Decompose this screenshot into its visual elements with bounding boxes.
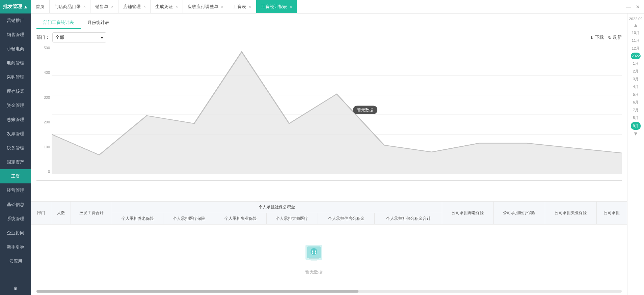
tab-店铺管理[interactable]: 店铺管理× — [118, 0, 151, 13]
sub-tab-月份统计表[interactable]: 月份统计表 — [81, 17, 116, 29]
tab-label: 销售单 — [95, 4, 108, 10]
sidebar-item-销售管理[interactable]: 销售管理 — [0, 28, 31, 42]
svg-rect-9 — [312, 250, 313, 253]
col-personal-large-medical: 个人承担大额医疗 — [266, 213, 318, 225]
sidebar-item-固定资产[interactable]: 固定资产 — [0, 155, 31, 169]
sub-tab-部门工资统计表[interactable]: 部门工资统计表 — [36, 17, 81, 29]
tab-close-icon[interactable]: × — [290, 5, 292, 9]
sidebar: 批发管理 ▲ 营销推广销售管理小畅电商电商管理采购管理库存核算资金管理总账管理发… — [0, 0, 31, 295]
sidebar-settings[interactable]: ⚙ — [0, 282, 31, 295]
horizontal-scrollbar[interactable] — [36, 290, 622, 293]
tab-门店商品目录[interactable]: 门店商品目录× — [50, 0, 90, 13]
svg-rect-13 — [309, 258, 319, 259]
sidebar-item-企业协同[interactable]: 企业协同 — [0, 226, 31, 240]
page-body: 部门工资统计表月份统计表 部门： 全部 ▾ ⬇ 下载 — [31, 13, 644, 295]
dept-label: 部门： — [36, 34, 50, 40]
sidebar-item-库存核算[interactable]: 库存核算 — [0, 84, 31, 98]
sidebar-item-电商管理[interactable]: 电商管理 — [0, 56, 31, 70]
tab-close-icon[interactable]: × — [249, 5, 251, 9]
sidebar-item-小畅电商[interactable]: 小畅电商 — [0, 42, 31, 56]
col-personal-unemploy: 个人承担失业保险 — [215, 213, 266, 225]
sidebar-item-新手引导[interactable]: 新手引导 — [0, 240, 31, 254]
tab-close-icon[interactable]: × — [221, 5, 223, 9]
chart-area: 0100200300400500 暂无数据 — [31, 46, 627, 201]
timeline-item-11月[interactable]: 11月 — [629, 37, 642, 45]
dept-filter: 部门： 全部 ▾ — [36, 32, 106, 42]
col-count: 人数 — [51, 202, 71, 225]
timeline-item-7月[interactable]: 7月 — [629, 106, 642, 114]
download-icon: ⬇ — [590, 35, 594, 40]
dept-select-value: 全部 — [55, 34, 64, 40]
download-label: 下载 — [595, 34, 604, 40]
tab-close-icon[interactable]: × — [83, 5, 85, 9]
download-button[interactable]: ⬇ 下载 — [590, 34, 604, 40]
sidebar-title: 批发管理 — [3, 4, 22, 10]
chevron-down-icon: ▾ — [101, 35, 103, 40]
data-table: 部门 人数 应发工资合计 个人承担社保公积金 公司承担养老保险 公司承担医疗保险… — [31, 201, 627, 289]
timeline-item-6月[interactable]: 6月 — [629, 98, 642, 106]
tab-close-icon[interactable]: × — [143, 5, 145, 9]
sidebar-item-系统管理[interactable]: 系统管理 — [0, 212, 31, 226]
timeline-item-3月[interactable]: 3月 — [629, 75, 642, 83]
empty-illustration — [300, 238, 327, 265]
timeline-item-2月[interactable]: 2月 — [629, 67, 642, 75]
col-company-medical: 公司承担医疗保险 — [493, 202, 545, 225]
table-empty-row: 暂无数据 — [31, 225, 627, 289]
sidebar-item-工资[interactable]: 工资 — [0, 169, 31, 183]
minimize-button[interactable]: — — [625, 3, 632, 10]
timeline-year-2022-label[interactable]: 2022.09 — [629, 16, 643, 22]
window-controls: — ✕ — [625, 3, 644, 10]
timeline-item-9月[interactable]: 9月 — [631, 122, 640, 130]
sub-tab-list: 部门工资统计表月份统计表 — [36, 17, 116, 29]
tab-label: 门店商品目录 — [54, 4, 81, 10]
chart-y-label: 200 — [36, 120, 50, 124]
chart-y-labels: 0100200300400500 — [36, 46, 50, 174]
tab-生成凭证[interactable]: 生成凭证× — [151, 0, 183, 13]
sidebar-item-经营管理[interactable]: 经营管理 — [0, 183, 31, 198]
sidebar-item-营销推广[interactable]: 营销推广 — [0, 13, 31, 28]
tab-close-icon[interactable]: × — [111, 5, 113, 9]
sidebar-header[interactable]: 批发管理 ▲ — [0, 0, 31, 13]
sidebar-expand-icon: ▲ — [23, 4, 28, 9]
refresh-icon: ↻ — [608, 35, 612, 40]
sidebar-item-基础信息[interactable]: 基础信息 — [0, 198, 31, 212]
timeline-item-2022[interactable]: 2022 — [631, 53, 640, 59]
tab-首页[interactable]: 首页 — [31, 0, 50, 13]
tab-工资表[interactable]: 工资表× — [228, 0, 256, 13]
tab-close-icon[interactable]: × — [176, 5, 178, 9]
timeline-item-10月[interactable]: 10月 — [629, 29, 642, 37]
tab-销售单[interactable]: 销售单× — [90, 0, 118, 13]
col-group-personal: 个人承担社保公积金 — [112, 202, 442, 213]
refresh-button[interactable]: ↻ 刷新 — [608, 34, 622, 40]
tab-label: 工资统计报表 — [261, 4, 287, 10]
timeline-sidebar: 2022.09 ▲ 10月11月12月20221月2月3月4月5月6月7月8月9… — [627, 13, 644, 295]
tab-工资统计报表[interactable]: 工资统计报表× — [256, 0, 297, 13]
dept-select[interactable]: 全部 ▾ — [52, 32, 106, 42]
tab-应收应付调整单[interactable]: 应收应付调整单× — [183, 0, 228, 13]
empty-state: 暂无数据 — [31, 225, 597, 289]
timeline-item-1月[interactable]: 1月 — [629, 60, 642, 67]
refresh-label: 刷新 — [613, 34, 622, 40]
col-personal-medical: 个人承担医疗保险 — [163, 213, 215, 225]
sidebar-item-税务管理[interactable]: 税务管理 — [0, 141, 31, 155]
svg-rect-14 — [311, 260, 317, 261]
chart-y-label: 400 — [36, 70, 50, 75]
close-button[interactable]: ✕ — [635, 3, 641, 10]
sidebar-item-资金管理[interactable]: 资金管理 — [0, 98, 31, 113]
scrollbar-thumb[interactable] — [36, 290, 358, 293]
sidebar-item-总账管理[interactable]: 总账管理 — [0, 113, 31, 127]
timeline-item-12月[interactable]: 12月 — [629, 45, 642, 52]
tab-label: 应收应付调整单 — [188, 4, 218, 10]
sidebar-item-采购管理[interactable]: 采购管理 — [0, 70, 31, 84]
sidebar-item-云应用[interactable]: 云应用 — [0, 254, 31, 268]
chart-svg: 暂无数据 — [52, 46, 622, 174]
timeline-nav-down[interactable]: ▼ — [627, 130, 644, 138]
table-area[interactable]: 部门 人数 应发工资合计 个人承担社保公积金 公司承担养老保险 公司承担医疗保险… — [31, 201, 627, 295]
timeline-item-8月[interactable]: 8月 — [629, 114, 642, 122]
timeline-item-5月[interactable]: 5月 — [629, 91, 642, 98]
col-personal-housing: 个人承担住房公积金 — [318, 213, 375, 225]
toolbar-actions: ⬇ 下载 ↻ 刷新 — [590, 34, 622, 40]
timeline-nav-up[interactable]: ▲ — [627, 22, 644, 29]
sidebar-item-发票管理[interactable]: 发票管理 — [0, 127, 31, 141]
timeline-item-4月[interactable]: 4月 — [629, 83, 642, 91]
